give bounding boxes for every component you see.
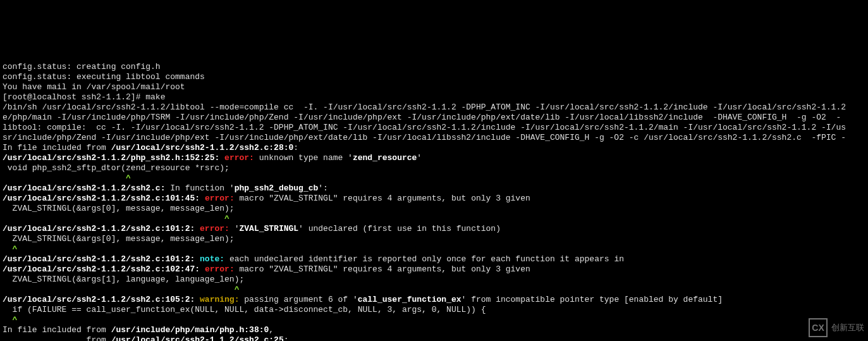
source-snippet: void php_ssh2_sftp_dtor(zend_resource *r… xyxy=(3,163,229,173)
error-message: macro "ZVAL_STRINGL" requires 4 argument… xyxy=(235,264,530,274)
caret-marker: ^ xyxy=(235,285,240,294)
error-identifier: zend_resource xyxy=(353,153,417,163)
caret-marker: ^ xyxy=(13,315,18,325)
source-snippet: ZVAL_STRINGL(&args[0], message, message_… xyxy=(3,204,235,213)
source-snippet: ZVAL_STRINGL(&args[1], language, languag… xyxy=(3,275,244,284)
include-file: /usr/include/php/main/php.h:38:0 xyxy=(111,325,269,335)
context-message: In function ' xyxy=(165,183,234,193)
include-file: /usr/local/src/ssh2-1.1.2/ssh2.c:28:0 xyxy=(111,143,294,152)
compile-line: /bin/sh /usr/local/src/ssh2-1.1.2/libtoo… xyxy=(3,102,846,112)
error-message: ' undeclared (first use in this function… xyxy=(298,224,501,233)
function-name: call_user_function_ex xyxy=(358,295,462,304)
note-location: /usr/local/src/ssh2-1.1.2/ssh2.c:101:2: xyxy=(3,254,195,264)
command-entered[interactable]: make xyxy=(145,92,165,102)
compile-line: sr/include/php/Zend -I/usr/include/php/e… xyxy=(3,133,846,142)
terminal-output[interactable]: config.status: creating config.h config.… xyxy=(0,51,868,341)
context-location: /usr/local/src/ssh2-1.1.2/ssh2.c: xyxy=(3,183,165,193)
error-message: macro "ZVAL_STRINGL" requires 4 argument… xyxy=(235,194,530,203)
include-trace: from xyxy=(3,335,111,341)
mail-notice: You have mail in /var/spool/mail/root xyxy=(3,82,185,92)
include-trace: In file included from xyxy=(3,143,111,152)
status-line: config.status: executing libtool command… xyxy=(3,72,205,82)
caret-indent xyxy=(3,214,224,223)
warning-message: ' from incompatible pointer type [enable… xyxy=(462,295,723,304)
compile-line: e/php/main -I/usr/include/php/TSRM -I/us… xyxy=(3,113,841,122)
error-message: unknown type name ' xyxy=(254,153,353,163)
shell-prompt: [root@localhost ssh2-1.1.2]# xyxy=(3,92,145,102)
warning-tag: warning: xyxy=(200,295,239,304)
include-file: /usr/local/src/ssh2-1.1.2/ssh2.c:25 xyxy=(111,335,284,341)
error-tag: error: xyxy=(200,224,229,233)
compile-line: libtool: compile: cc -I. -I/usr/local/sr… xyxy=(3,123,846,132)
caret-marker: ^ xyxy=(224,214,229,223)
error-location: /usr/local/src/ssh2-1.1.2/php_ssh2.h:152… xyxy=(3,153,219,163)
note-tag: note: xyxy=(200,254,224,264)
warning-location: /usr/local/src/ssh2-1.1.2/ssh2.c:105:2: xyxy=(3,295,195,304)
error-location: /usr/local/src/ssh2-1.1.2/ssh2.c:102:47: xyxy=(3,264,200,274)
text: : xyxy=(293,143,298,152)
source-snippet: if (FAILURE == call_user_function_ex(NUL… xyxy=(3,305,486,314)
note-message: each undeclared identifier is reported o… xyxy=(224,254,624,264)
error-tag: error: xyxy=(205,264,235,274)
error-location: /usr/local/src/ssh2-1.1.2/ssh2.c:101:2: xyxy=(3,224,195,233)
caret-marker: ^ xyxy=(126,173,131,183)
source-snippet: ZVAL_STRINGL(&args[0], message, message_… xyxy=(3,234,235,244)
error-tag: error: xyxy=(205,194,235,203)
error-identifier: ZVAL_STRINGL xyxy=(239,224,298,233)
warning-message: passing argument 6 of ' xyxy=(239,295,357,304)
context-message: ': xyxy=(318,183,328,193)
error-message: ' xyxy=(229,224,240,233)
caret-indent xyxy=(3,173,126,183)
function-name: php_ssh2_debug_cb xyxy=(235,183,319,193)
include-trace: In file included from xyxy=(3,325,111,335)
error-message: ' xyxy=(417,153,422,163)
caret-indent xyxy=(3,244,13,254)
status-line: config.status: creating config.h xyxy=(3,62,161,71)
error-tag: error: xyxy=(224,153,254,163)
caret-indent xyxy=(3,315,13,325)
text: : xyxy=(284,335,289,341)
text: , xyxy=(269,325,274,335)
caret-indent xyxy=(3,285,235,294)
error-location: /usr/local/src/ssh2-1.1.2/ssh2.c:101:45: xyxy=(3,194,200,203)
caret-marker: ^ xyxy=(13,244,18,254)
